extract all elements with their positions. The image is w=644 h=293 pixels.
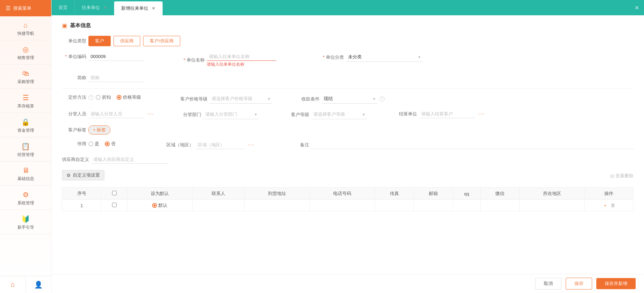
row-fax[interactable]	[375, 200, 414, 211]
system-icon: ⚙	[23, 190, 29, 199]
row-default-label: 默认	[158, 202, 167, 209]
section-title: 基本信息	[70, 22, 91, 29]
supplier-custom-input[interactable]	[91, 155, 168, 164]
tab-home-label: 首页	[58, 5, 68, 11]
sidebar-item-label: 资金管理	[17, 128, 34, 133]
sales-icon: ◎	[23, 45, 29, 54]
tab-new-partner-close[interactable]: ✕	[152, 6, 155, 11]
sidebar-item-inventory[interactable]: ☰ 库存核算	[0, 89, 51, 113]
row-wechat[interactable]	[480, 200, 519, 211]
short-name-input[interactable]	[88, 74, 144, 82]
close-all-tabs[interactable]: ✕	[630, 0, 644, 15]
unit-code-group: 单位编码	[62, 52, 159, 61]
sidebar: ☰ 搜索菜单 ⌂ 快捷导航 ◎ 销售管理 🛍 采购管理 ☰ 库存核算 🔒 资金管…	[0, 0, 52, 293]
customer-level-select[interactable]: 请选择客户等级 ▾	[311, 110, 367, 119]
table-section: ⚙ 自定义项设置 ⊟ 批量删除 序号 设为默认 联系人 到货地址	[62, 170, 634, 211]
customer-price-select[interactable]: 请选择客户价格等级 ▾	[210, 94, 272, 104]
remark-input[interactable]	[311, 141, 634, 149]
unit-btn-supplier[interactable]: 供应商	[113, 36, 140, 46]
row-contact[interactable]	[193, 200, 245, 211]
row-select-checkbox[interactable]	[112, 203, 117, 207]
batch-delete-button[interactable]: ⊟ 批量删除	[610, 173, 634, 179]
payment-terms-label: 收款条件	[295, 96, 320, 102]
sidebar-item-quick-nav[interactable]: ⌂ 快捷导航	[0, 16, 51, 40]
supplier-custom-group: 供应商自定义	[62, 155, 201, 164]
tab-partners-close[interactable]: ✕	[103, 5, 107, 10]
help-icon-pricing[interactable]: ?	[88, 95, 94, 100]
settlement-input[interactable]	[419, 110, 475, 118]
row-phone[interactable]	[309, 200, 375, 211]
save-button[interactable]: 保存	[566, 278, 592, 290]
settlement-more-btn[interactable]: ···	[477, 111, 486, 117]
disabled-radio-yes[interactable]: 是	[88, 141, 99, 147]
disabled-radio-group: 是 否	[88, 141, 116, 147]
home-bottom-btn[interactable]: ⌂	[0, 276, 26, 293]
sidebar-item-finance[interactable]: 🔒 资金管理	[0, 113, 51, 137]
col-action: 操作	[584, 188, 633, 200]
help-icon-payment[interactable]: ?	[379, 96, 385, 101]
pricing-method-group: 定价方法 ? 折扣 价格等级	[62, 94, 173, 100]
customer-level-group: 客户等级 请选择客户等级 ▾	[285, 110, 382, 119]
sidebar-item-operations[interactable]: 📋 经营管理	[0, 137, 51, 162]
footer: 取消 保存 保存并新增	[52, 274, 644, 293]
pricing-radio-level[interactable]: 价格等级	[117, 94, 141, 100]
sidebar-item-system[interactable]: ⚙ 系统管理	[0, 186, 51, 210]
unit-name-group: 单位名称 请输入往来单位名称	[180, 52, 299, 67]
tab-home[interactable]: 首页	[52, 0, 75, 15]
tab-partners[interactable]: 往来单位 ✕	[75, 0, 114, 15]
row-address[interactable]	[244, 200, 309, 211]
radio-circle-no	[105, 141, 110, 146]
sidebar-item-sales[interactable]: ◎ 销售管理	[0, 40, 51, 65]
sidebar-item-label: 基础信息	[17, 176, 34, 182]
unit-btn-customer[interactable]: 客户	[88, 36, 111, 46]
region-more-btn[interactable]: ···	[246, 142, 256, 148]
unit-name-wrapper: 请输入往来单位名称	[207, 52, 299, 67]
user-bottom-btn[interactable]: 👤	[26, 276, 51, 293]
row-default-radio[interactable]: 默认	[129, 202, 190, 209]
pricing-row: 定价方法 ? 折扣 价格等级 客户价格等级 请选择客户价格等级	[62, 94, 634, 104]
col-default: 设为默认	[127, 188, 193, 200]
add-row-icon[interactable]: ＋	[603, 203, 607, 208]
add-tag-button[interactable]: + 标签	[88, 125, 110, 135]
disabled-radio-no[interactable]: 否	[105, 141, 116, 147]
save-new-button[interactable]: 保存并新增	[596, 278, 636, 289]
dept-select[interactable]: 请输入分管部门 ▾	[203, 110, 259, 119]
delete-row-icon[interactable]: 🗑	[611, 203, 615, 208]
row-qq[interactable]	[453, 200, 480, 211]
form-content: ▣ 基本信息 单位类型 客户 供应商 客户/供应商 单位编码 单位名称	[52, 15, 644, 274]
col-checkbox[interactable]	[101, 188, 127, 200]
search-menu[interactable]: ☰ 搜索菜单	[0, 0, 51, 16]
manager-row: 分管人员 ··· 分管部门 请输入分管部门 ▾ 客户等级 请选择客户等级 ▾ 结…	[62, 110, 634, 119]
payment-terms-select[interactable]: 现结 ▾	[322, 94, 377, 104]
row-region[interactable]	[519, 200, 584, 211]
row-checkbox[interactable]	[101, 200, 127, 211]
disabled-group: 停用 是 否	[62, 141, 146, 147]
row-default-radio-circle	[152, 203, 157, 208]
tag-label: 客户标签	[62, 127, 86, 133]
cancel-button[interactable]: 取消	[535, 278, 561, 290]
unit-btn-both[interactable]: 客户/供应商	[143, 36, 180, 46]
supplier-custom-row: 供应商自定义	[62, 155, 634, 164]
unit-code-input[interactable]	[88, 52, 144, 61]
sidebar-item-guide[interactable]: 🔰 新手引导	[0, 210, 51, 234]
row-email[interactable]	[414, 200, 453, 211]
customer-price-placeholder: 请选择客户价格等级	[212, 96, 252, 102]
unit-name-input[interactable]	[207, 52, 276, 61]
short-name-group: 简称	[62, 74, 159, 82]
select-all-checkbox[interactable]	[112, 191, 117, 195]
tab-new-partner[interactable]: 新增往来单位 ✕	[114, 1, 163, 15]
pricing-radio-discount[interactable]: 折扣	[96, 94, 111, 100]
sidebar-item-purchase[interactable]: 🛍 采购管理	[0, 65, 51, 89]
remark-label: 备注	[285, 142, 309, 148]
col-fax: 传真	[375, 188, 414, 200]
customer-price-label: 客户价格等级	[180, 96, 207, 102]
manager-input[interactable]	[88, 110, 144, 118]
unit-category-select[interactable]: 未分类 ▾	[346, 52, 423, 62]
sidebar-item-basic-info[interactable]: 🖥 基础信息	[0, 162, 51, 186]
region-input[interactable]	[196, 141, 244, 149]
disabled-yes-label: 是	[95, 141, 99, 147]
manager-more-btn[interactable]: ···	[146, 111, 156, 117]
payment-terms-group: 收款条件 现结 ▾ ?	[295, 94, 634, 104]
radio-circle-discount	[96, 95, 101, 100]
custom-settings-button[interactable]: ⚙ 自定义项设置	[62, 170, 104, 180]
